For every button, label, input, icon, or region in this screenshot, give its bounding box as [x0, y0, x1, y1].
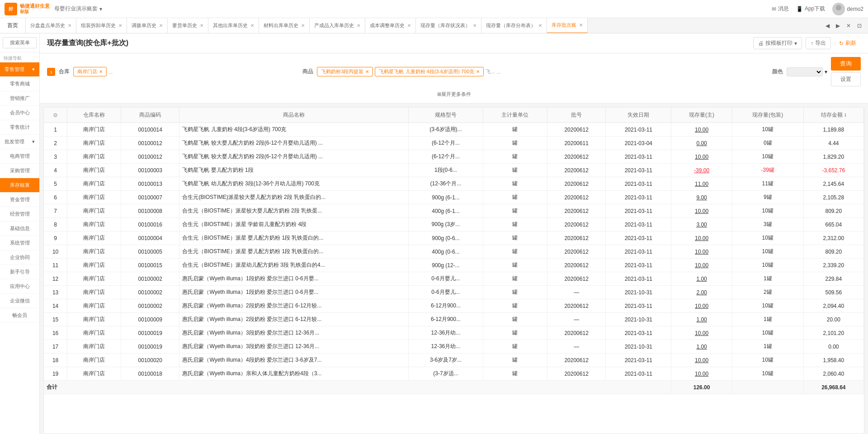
tab-close-2[interactable]: ✕	[159, 23, 163, 28]
sidebar-item-purchase[interactable]: 采购管理	[0, 164, 39, 178]
print-btn[interactable]: 🖨 按模板打印 ▾	[753, 37, 802, 49]
tab-close-10[interactable]: ✕	[579, 23, 583, 28]
tab-item-9[interactable]: 现存量（库存分布表） ✕	[481, 18, 547, 33]
cell-qty-main[interactable]: 1.00	[671, 313, 732, 326]
sidebar-item-finance[interactable]: 资金管理	[0, 193, 39, 207]
search-menu-btn[interactable]: 搜索英单	[3, 37, 37, 48]
cell-qty-main[interactable]: -39.00	[671, 164, 732, 177]
filter-expand-btn[interactable]: ›	[47, 68, 55, 76]
expand-more-btn[interactable]: ⊞ 展开更多条件	[435, 89, 473, 99]
table-row: 17 南岸门店 00100019 惠氏启蒙（Wyeth illuma）3段奶粉 …	[44, 340, 864, 354]
sidebar-search-area: 搜索英单	[0, 33, 39, 52]
cell-qty-pack: 10罐	[732, 354, 803, 367]
sidebar-item-ecommerce[interactable]: 电商管理	[0, 149, 39, 164]
cell-code: 00100007	[121, 191, 179, 204]
cell-expire: 2021-03-11	[606, 150, 671, 164]
product-more[interactable]: 飞...	[486, 68, 495, 75]
cell-amount: 1,189.88	[803, 123, 863, 137]
warehouse-tag[interactable]: 南岸门店 ✕	[73, 67, 107, 76]
tab-close-6[interactable]: ✕	[357, 23, 360, 28]
sidebar-item-enterprise[interactable]: 企业协同	[0, 250, 39, 265]
cell-qty-main[interactable]: 3.00	[671, 218, 732, 231]
tab-close-0[interactable]: ✕	[68, 23, 71, 28]
sidebar-item-tutorial[interactable]: 新手引导	[0, 265, 39, 279]
tab-close-4[interactable]: ✕	[250, 23, 254, 28]
cell-qty-main[interactable]: 0.00	[671, 137, 732, 150]
cell-qty-main[interactable]: 10.00	[671, 354, 732, 367]
tab-home[interactable]: 首页	[0, 18, 26, 33]
sidebar-item-retail-store[interactable]: 零售商城	[0, 77, 39, 91]
cell-qty-main[interactable]: 1.00	[671, 272, 732, 286]
product-tag-close-1[interactable]: ✕	[476, 69, 480, 74]
cell-spec: (3-6岁适用)...	[409, 123, 483, 137]
tab-close-8[interactable]: ✕	[473, 23, 476, 28]
sidebar-item-operations[interactable]: 经营管理	[0, 207, 39, 222]
sidebar-item-retail-mgmt[interactable]: 零售管理 ▾	[0, 62, 39, 77]
tab-close-3[interactable]: ✕	[200, 23, 203, 28]
sidebar-item-marketing[interactable]: 营销推广	[0, 91, 39, 106]
cell-qty-main[interactable]: 10.00	[671, 204, 732, 218]
cell-qty-main[interactable]: 10.00	[671, 367, 732, 381]
cell-qty-main[interactable]: 10.00	[671, 123, 732, 137]
product-tag-1[interactable]: 飞鹤星飞帆 儿童奶粉 4段(3-6岁适用) 700克 ✕	[375, 67, 484, 76]
cell-name: 合生元（BIOSTIME）派星 学龄前儿童配方奶粉 4段	[179, 218, 409, 231]
column-settings-icon[interactable]: ⚙	[52, 112, 59, 118]
cell-qty-main[interactable]: 10.00	[671, 150, 732, 164]
product-more-dots[interactable]: ...	[497, 69, 501, 75]
sidebar-item-member[interactable]: 会员中心	[0, 106, 39, 120]
warehouse-tag-close[interactable]: ✕	[99, 69, 103, 74]
cell-qty-main[interactable]: 10.00	[671, 245, 732, 259]
product-tag-0[interactable]: 飞鹤奶粉3段丙提装 ✕	[317, 67, 373, 76]
cell-code: 00100002	[121, 272, 179, 286]
tab-close-7[interactable]: ✕	[407, 23, 411, 28]
sidebar-item-basics[interactable]: 基础信息	[0, 222, 39, 236]
cell-qty-main[interactable]: 10.00	[671, 326, 732, 340]
sidebar-item-wholesale[interactable]: 批发管理 ▾	[0, 135, 39, 149]
messages-btn[interactable]: ✉ 消息	[772, 5, 789, 13]
tab-close-1[interactable]: ✕	[118, 23, 122, 28]
download-btn[interactable]: 📱 App下载	[796, 5, 825, 13]
cell-qty-main[interactable]: 10.00	[671, 231, 732, 245]
cell-spec: 900g (0-6...	[409, 231, 483, 245]
tab-close-9[interactable]: ✕	[538, 23, 542, 28]
cell-qty-main[interactable]: 1.00	[671, 340, 732, 354]
set-btn[interactable]: 设置	[831, 72, 861, 86]
refresh-btn[interactable]: ↻ 刷新	[835, 38, 861, 49]
cell-batch: 20200612	[547, 191, 605, 204]
tab-close-all[interactable]: ✕	[844, 18, 854, 33]
tab-item-4[interactable]: 其他出库单历史 ✕	[208, 18, 259, 33]
tab-prev-arrow[interactable]: ◀	[823, 18, 832, 33]
tab-item-1[interactable]: 组装拆卸单历史 ✕	[76, 18, 127, 33]
tab-expand[interactable]: ⊡	[854, 18, 864, 33]
warehouse-more[interactable]: ...	[108, 69, 113, 75]
cell-qty-main[interactable]: 11.00	[671, 177, 732, 191]
sidebar-item-inventory[interactable]: 库存核算	[0, 178, 39, 193]
sidebar-item-appstore[interactable]: 应用中心	[0, 279, 39, 294]
product-tag-close-0[interactable]: ✕	[365, 69, 369, 74]
tab-item-6[interactable]: 产成品入库单历史 ✕	[310, 18, 365, 33]
tab-item-5[interactable]: 材料出库单历史 ✕	[259, 18, 310, 33]
cell-code: 00100002	[121, 299, 179, 313]
tab-item-3[interactable]: 要货单历史 ✕	[168, 18, 208, 33]
sidebar-item-member2[interactable]: 畅会员	[0, 308, 39, 323]
sidebar-item-retail-stats[interactable]: 零售统计	[0, 120, 39, 135]
amount-info-icon[interactable]: ℹ	[844, 113, 846, 118]
export-btn[interactable]: ↑ 导出	[806, 37, 831, 49]
query-btn[interactable]: 查询	[831, 57, 861, 71]
cell-qty-main[interactable]: 10.00	[671, 259, 732, 272]
user-avatar[interactable]: demo2	[832, 3, 863, 15]
tab-close-5[interactable]: ✕	[301, 23, 305, 28]
tab-item-10[interactable]: 库存批次账 ✕	[547, 18, 588, 33]
cell-code: 00100002	[121, 286, 179, 299]
cell-qty-main[interactable]: 2.00	[671, 286, 732, 299]
cell-qty-main[interactable]: 10.00	[671, 299, 732, 313]
tab-item-0[interactable]: 分盘盘点单历史 ✕	[26, 18, 76, 33]
sidebar-item-system[interactable]: 系统管理	[0, 236, 39, 250]
tab-item-8[interactable]: 现存量（库存状况表） ✕	[416, 18, 481, 33]
color-select[interactable]	[787, 67, 823, 76]
cell-qty-main[interactable]: 9.00	[671, 191, 732, 204]
tab-item-7[interactable]: 成本调整单历史 ✕	[365, 18, 416, 33]
tab-item-2[interactable]: 调拨单历史 ✕	[127, 18, 168, 33]
sidebar-item-enterprise-wechat[interactable]: 企业微信	[0, 294, 39, 308]
tab-next-arrow[interactable]: ▶	[833, 18, 843, 33]
